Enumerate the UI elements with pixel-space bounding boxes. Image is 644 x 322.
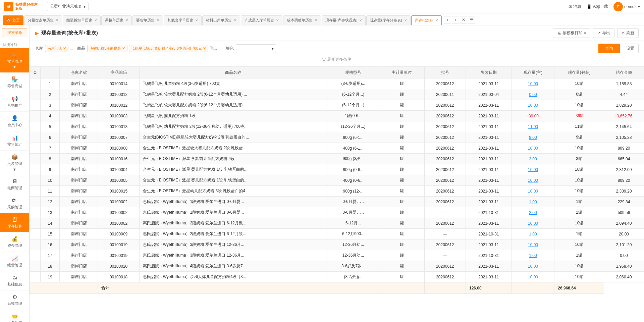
close-icon[interactable]: ✕ bbox=[203, 46, 206, 51]
tab-tiao-bo[interactable]: 调拨单历史 ✕ bbox=[101, 15, 132, 25]
sidebar-item-pifa[interactable]: 📦 批发管理 ▼ bbox=[0, 151, 29, 175]
search-button[interactable]: 查询 bbox=[598, 44, 620, 53]
row-code: 00100012 bbox=[98, 89, 139, 100]
row-qty[interactable]: 0.00 bbox=[512, 89, 554, 100]
row-qty-pkg: 2罐 bbox=[554, 207, 604, 218]
row-qty[interactable]: 1.00 bbox=[512, 229, 554, 239]
row-spec: 0-6月婴儿... bbox=[327, 207, 379, 218]
export-button[interactable]: ↗ 导出 bbox=[593, 28, 614, 38]
sidebar-item-dianshang[interactable]: 🖥 电商管理 bbox=[0, 175, 29, 194]
product-more[interactable]: 飞... bbox=[210, 46, 217, 51]
color-select[interactable]: ▾ bbox=[236, 44, 276, 53]
expand-more-area: ⋁ 展开更多条件 bbox=[35, 55, 639, 64]
row-qty[interactable]: 11.00 bbox=[512, 121, 554, 132]
row-settings bbox=[30, 143, 41, 154]
tab-menu-button[interactable]: ☰ bbox=[468, 16, 475, 23]
tab-close-button[interactable]: ✕ bbox=[460, 16, 467, 23]
row-qty[interactable]: 10.00 bbox=[512, 239, 554, 250]
row-qty[interactable]: 2.00 bbox=[512, 207, 554, 218]
close-icon[interactable]: ✕ bbox=[435, 18, 438, 22]
row-qty[interactable]: 10.00 bbox=[512, 100, 554, 111]
user-menu[interactable]: E demo2 ▾ bbox=[613, 2, 640, 11]
row-unit: 罐 bbox=[379, 175, 424, 186]
expand-more-button[interactable]: ⋁ 展开更多条件 bbox=[320, 55, 354, 64]
close-icon[interactable]: ✕ bbox=[63, 46, 66, 51]
row-no: 5 bbox=[41, 121, 60, 132]
row-unit: 罐 bbox=[379, 164, 424, 175]
refresh-button[interactable]: ↺ 刷新 bbox=[617, 28, 639, 38]
row-no: 1 bbox=[41, 78, 60, 89]
row-qty[interactable]: 10.00 bbox=[512, 261, 554, 272]
row-qty[interactable]: 1.00 bbox=[512, 250, 554, 261]
row-batch: 20200612 bbox=[424, 186, 466, 197]
row-amount: 2,094.40 bbox=[604, 218, 644, 229]
sidebar-item-jingying[interactable]: 📈 经营管理 bbox=[0, 252, 29, 271]
app-download-button[interactable]: 📱 App下载 bbox=[587, 4, 608, 9]
tab-cheng-ben[interactable]: 成本调整单历史 ✕ bbox=[283, 15, 321, 25]
sidebar-item-lingsoutongji[interactable]: 📊 零售统计 bbox=[0, 131, 29, 151]
row-qty[interactable]: 10.00 bbox=[512, 78, 554, 89]
sidebar-item-lingsoushang[interactable]: 🏪 零售商城 bbox=[0, 73, 29, 92]
product-more-dots[interactable]: ... bbox=[218, 46, 222, 51]
sidebar-item-kucun[interactable]: 🗄 库存核算 bbox=[0, 213, 29, 232]
account-selector[interactable]: 母婴行业演示账套 ▾ bbox=[47, 2, 89, 11]
close-icon[interactable]: ✕ bbox=[359, 18, 362, 22]
sidebar-item-caigou[interactable]: 🛍 采购管理 bbox=[0, 194, 29, 213]
tab-chan-cheng-ru[interactable]: 产成品入库单历史 ✕ bbox=[241, 15, 282, 25]
close-icon[interactable]: ✕ bbox=[276, 18, 279, 22]
row-qty[interactable]: 10.00 bbox=[512, 164, 554, 175]
settings-button[interactable]: 设置 bbox=[622, 44, 639, 53]
row-amount: 20.00 bbox=[604, 229, 644, 239]
close-icon[interactable]: ✕ bbox=[315, 18, 317, 22]
warehouse-more[interactable]: ... bbox=[70, 46, 73, 51]
row-qty[interactable]: -39.00 bbox=[512, 111, 554, 121]
sidebar-item-qiye[interactable]: 🤝 企业协同 bbox=[0, 310, 29, 322]
row-qty[interactable]: 10.00 bbox=[512, 272, 554, 282]
close-icon[interactable]: ✕ bbox=[157, 18, 159, 22]
sidebar-item-lingshouguan[interactable]: 🛒 零售管理 ▼ bbox=[0, 48, 29, 73]
sidebar-item-xitong[interactable]: ⚙ 系统管理 bbox=[0, 290, 29, 310]
tab-prev-button[interactable]: ‹ bbox=[444, 16, 451, 23]
product-tag-2[interactable]: 飞鹤星飞帆 儿童奶粉 4段(3-6岁适用) 700克 ✕ bbox=[129, 45, 208, 52]
sidebar-item-huiyuan[interactable]: 👤 会员中心 bbox=[0, 112, 29, 131]
close-icon[interactable]: ✕ bbox=[195, 18, 198, 22]
tab-home[interactable]: 🏠 首页 bbox=[3, 15, 23, 25]
tab-yao-huo[interactable]: 要货单历史 ✕ bbox=[132, 15, 163, 25]
sidebar-item-jichu[interactable]: 🗂 基础信息 bbox=[0, 271, 29, 290]
row-qty[interactable]: 10.00 bbox=[512, 143, 554, 154]
sidebar-item-zijin[interactable]: 💰 资金管理 bbox=[0, 232, 29, 252]
row-qty[interactable]: 10.00 bbox=[512, 186, 554, 197]
close-icon[interactable]: ✕ bbox=[122, 46, 125, 51]
warehouse-tag-nanan[interactable]: 南岸门店 ✕ bbox=[45, 45, 68, 52]
tab-ku-cun-pi[interactable]: 库存批次账 ✕ bbox=[411, 15, 442, 25]
tab-xian-cun-ku[interactable]: 现存量(库存状况表) ✕ bbox=[322, 15, 366, 25]
close-icon[interactable]: ✕ bbox=[56, 18, 58, 22]
row-qty[interactable]: 3.00 bbox=[512, 154, 554, 164]
search-menu-button[interactable]: 搜索菜单 bbox=[2, 28, 27, 37]
row-qty[interactable]: 1.00 bbox=[512, 197, 554, 207]
table-row: 19 南岸门店 00100018 惠氏启赋（Wyeth illuma）亲和人体儿… bbox=[30, 272, 644, 282]
close-icon[interactable]: ✕ bbox=[125, 18, 128, 22]
row-amount: 1,829.20 bbox=[604, 100, 644, 111]
sidebar-item-yingxiao[interactable]: 📢 营销推广 bbox=[0, 92, 29, 112]
table-row: 17 南岸门店 00100019 惠氏启赋（Wyeth illuma）3段奶粉 … bbox=[30, 250, 644, 261]
message-button[interactable]: ✉ 消息 bbox=[569, 4, 581, 9]
tab-fen-pan[interactable]: 分量盘点单历史 ✕ bbox=[24, 15, 62, 25]
expand-sidebar-button[interactable]: ▶ bbox=[35, 31, 39, 36]
row-settings bbox=[30, 186, 41, 197]
row-qty[interactable]: 10.00 bbox=[512, 218, 554, 229]
row-qty[interactable]: 10.00 bbox=[512, 175, 554, 186]
tab-qi-ta-chu[interactable]: 其他出库单历史 ✕ bbox=[164, 15, 202, 25]
row-qty[interactable]: 9.00 bbox=[512, 132, 554, 143]
close-icon[interactable]: ✕ bbox=[94, 18, 97, 22]
tab-zu-chai[interactable]: 组装拆卸单历史 ✕ bbox=[63, 15, 101, 25]
tab-xian-cun-fen[interactable]: 现存量(库存分布表) ✕ bbox=[366, 15, 410, 25]
product-tag-1[interactable]: 飞鹤奶粉3段两提装 ✕ bbox=[87, 45, 127, 52]
close-icon[interactable]: ✕ bbox=[234, 18, 236, 22]
row-code: 00100013 bbox=[98, 121, 139, 132]
tab-next-button[interactable]: › bbox=[452, 16, 459, 23]
close-icon[interactable]: ✕ bbox=[404, 18, 407, 22]
row-amount: 1,189.88 bbox=[604, 78, 644, 89]
tab-cai-liao[interactable]: 材料出库单历史 ✕ bbox=[202, 15, 240, 25]
print-button[interactable]: 🖨 按模板打印 ▾ bbox=[553, 28, 590, 38]
